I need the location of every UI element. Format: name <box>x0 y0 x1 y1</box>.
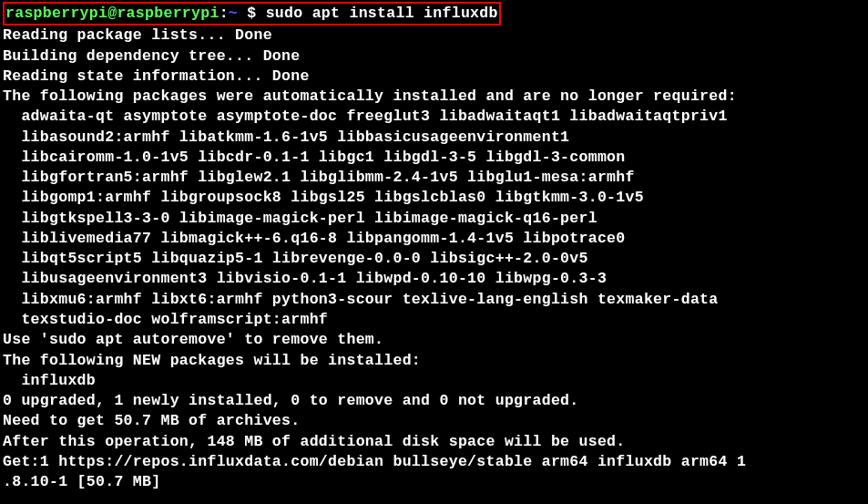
output-line: libasound2:armhf libatkmm-1.6-1v5 libbas… <box>3 128 865 148</box>
output-line: influxdb <box>3 371 865 391</box>
prompt-colon: : <box>220 5 229 22</box>
output-line: liblivemedia77 libmagick++-6.q16-8 libpa… <box>3 229 865 249</box>
output-line: Reading package lists... Done <box>3 26 865 46</box>
output-line: Reading state information... Done <box>3 67 865 87</box>
output-line: Get:1 https://repos.influxdata.com/debia… <box>3 452 865 472</box>
output-line: libcairomm-1.0-1v5 libcdr-0.1-1 libgc1 l… <box>3 148 865 168</box>
output-line: .8.10-1 [50.7 MB] <box>3 472 865 492</box>
output-line: texstudio-doc wolframscript:armhf <box>3 310 865 330</box>
prompt-dollar: $ <box>238 5 266 22</box>
output-line: The following NEW packages will be insta… <box>3 351 865 371</box>
output-line: libxmu6:armhf libxt6:armhf python3-scour… <box>3 290 865 310</box>
output-line: libgomp1:armhf libgroupsock8 libgsl25 li… <box>3 188 865 208</box>
output-line: The following packages were automaticall… <box>3 87 865 107</box>
output-line: Need to get 50.7 MB of archives. <box>3 411 865 431</box>
output-line: Use 'sudo apt autoremove' to remove them… <box>3 330 865 350</box>
prompt-user-host: raspberrypi@raspberrypi <box>5 5 220 22</box>
output-line: Building dependency tree... Done <box>3 46 865 67</box>
output-line: libgtkspell3-3-0 libimage-magick-perl li… <box>3 209 865 229</box>
terminal-prompt[interactable]: raspberrypi@raspberrypi:~ $ sudo apt ins… <box>3 2 501 26</box>
command-text: sudo apt install influxdb <box>266 5 498 22</box>
output-line: adwaita-qt asymptote asymptote-doc freeg… <box>3 107 865 127</box>
output-line: 0 upgraded, 1 newly installed, 0 to remo… <box>3 391 865 411</box>
output-line: libqt5script5 libquazip5-1 librevenge-0.… <box>3 249 865 269</box>
output-line: libgfortran5:armhf libglew2.1 libglibmm-… <box>3 168 865 188</box>
prompt-path: ~ <box>229 5 238 22</box>
output-line: After this operation, 148 MB of addition… <box>3 432 865 452</box>
output-line: libusageenvironment3 libvisio-0.1-1 libw… <box>3 269 865 289</box>
